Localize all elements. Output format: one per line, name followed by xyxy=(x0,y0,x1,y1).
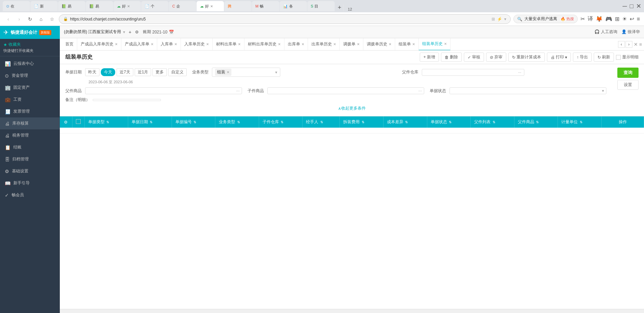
grid-icon[interactable]: ⊞ xyxy=(615,16,619,22)
home-btn[interactable]: ⌂ xyxy=(37,15,45,23)
set-btn[interactable]: 设置 xyxy=(617,80,639,90)
child-goods-input[interactable]: ··· xyxy=(267,87,424,94)
nav-tab-close-6[interactable]: ✕ xyxy=(278,42,281,46)
nav-prev[interactable]: ‹ xyxy=(618,41,625,48)
browser-tab-8[interactable]: ☁ 好 ✕ xyxy=(197,1,224,11)
delete-btn[interactable]: 🗑 删除 xyxy=(441,53,462,62)
tab-count[interactable]: 12 xyxy=(345,7,355,11)
date-btn-1month[interactable]: 近1月 xyxy=(135,68,151,76)
period-selector[interactable]: 账期 2021-10 📅 xyxy=(143,29,174,35)
sidebar-item-inventory[interactable]: 🖨 库存核算 xyxy=(0,117,60,129)
date-btn-yesterday[interactable]: 昨天 xyxy=(85,68,99,76)
tab-close-all[interactable]: ✕ xyxy=(634,42,638,47)
nav-tab-close-8[interactable]: ✕ xyxy=(333,42,336,46)
date-btn-custom[interactable]: 自定义 xyxy=(168,68,187,76)
game-icon[interactable]: 🎮 xyxy=(605,16,612,22)
sidebar-item-report[interactable]: 📊 云报表中心 xyxy=(0,58,60,70)
browser-tab-7[interactable]: C 企 xyxy=(169,1,196,11)
browser-tab-2[interactable]: 📄 新 xyxy=(30,1,58,11)
remarks-input[interactable] xyxy=(93,99,161,101)
browser-tab-3[interactable]: 📗 易 xyxy=(58,1,85,11)
warehouse-dots-btn[interactable]: ··· xyxy=(518,70,521,75)
nav-tab-transfer-history[interactable]: 调拨单历史 ✕ xyxy=(363,38,395,51)
browser-tab-5[interactable]: ☁ 好 ✕ xyxy=(113,1,141,11)
col-biz-type[interactable]: 业务类型 ⇅ xyxy=(215,116,259,128)
nav-tab-close-4[interactable]: ✕ xyxy=(206,42,209,46)
tab-close-5[interactable]: ✕ xyxy=(127,4,130,8)
nav-tab-mat-out-history[interactable]: 材料出库单历史 ✕ xyxy=(244,38,284,51)
parent-warehouse-input[interactable]: ··· xyxy=(422,69,524,76)
sun-icon[interactable]: ☀ xyxy=(622,16,627,22)
address-bar[interactable]: 🔒 https://cloud.chanjet.com/accounting/u… xyxy=(59,14,511,24)
sidebar-item-vip[interactable]: ✓ 畅会员 xyxy=(0,189,60,201)
date-btn-more[interactable]: 更多 xyxy=(152,68,167,76)
dropdown-icon[interactable]: ▾ xyxy=(504,17,506,22)
col-checkbox[interactable] xyxy=(72,116,84,128)
translate-icon[interactable]: 译 xyxy=(588,15,593,23)
col-cost-diff[interactable]: 成本差异 ⇅ xyxy=(384,116,427,128)
calendar-icon[interactable]: 📅 xyxy=(169,30,174,34)
nav-tab-close-7[interactable]: ✕ xyxy=(301,42,304,46)
nav-tab-close-5[interactable]: ✕ xyxy=(238,42,241,46)
browser-tab-12[interactable]: S 目 xyxy=(307,1,335,11)
nav-tab-close-12[interactable]: ✕ xyxy=(444,42,447,46)
settings-btn-company[interactable]: ⚙ xyxy=(135,30,139,34)
sidebar-item-settings[interactable]: ⚙ 基础设置 xyxy=(0,165,60,177)
nav-tab-assemble[interactable]: 组装单 ✕ xyxy=(395,38,419,51)
nav-next[interactable]: › xyxy=(626,41,632,48)
refresh-btn[interactable]: ↻ 刷新 xyxy=(594,53,614,62)
forward-btn[interactable]: › xyxy=(15,15,23,23)
sidebar-item-archive[interactable]: 🗄 归档管理 xyxy=(0,153,60,165)
browser-tab-6[interactable]: 📄 个 xyxy=(141,1,169,11)
col-disassemble-fee[interactable]: 拆装费用 ⇅ xyxy=(340,116,384,128)
biz-type-tag-remove[interactable]: ✕ xyxy=(227,70,229,74)
nav-tab-close-2[interactable]: ✕ xyxy=(151,42,153,46)
bolt-icon[interactable]: ⚡ xyxy=(497,17,502,22)
nav-tab-in-order[interactable]: 入库单 ✕ xyxy=(157,38,181,51)
order-status-dropdown[interactable]: ▾ xyxy=(450,87,606,94)
col-parent-list[interactable]: 父件列表 ⇅ xyxy=(471,116,514,128)
browser-tab-11[interactable]: 📊 各 xyxy=(280,1,307,11)
parent-goods-input[interactable]: ··· xyxy=(85,87,242,94)
back-btn[interactable]: ‹ xyxy=(4,15,12,23)
col-order-status[interactable]: 单据状态 ⇅ xyxy=(427,116,471,128)
search-bar[interactable]: 🔍 大量安卓用户逃离 🔥 热搜 xyxy=(513,15,578,23)
col-parent-goods[interactable]: 父件商品 ⇅ xyxy=(514,116,558,128)
browser-tab-10[interactable]: M 畅 xyxy=(252,1,279,11)
col-number[interactable]: 单据编号 ⇅ xyxy=(172,116,215,128)
add-company-icon[interactable]: + xyxy=(129,29,131,35)
checkbox-detail[interactable] xyxy=(616,55,621,60)
new-btn[interactable]: + 新增 xyxy=(420,53,439,62)
reload-btn[interactable]: ↻ xyxy=(26,15,34,23)
undo-icon[interactable]: ↩ xyxy=(630,16,634,22)
col-settings[interactable]: ⚙ xyxy=(60,116,72,128)
query-btn[interactable]: 查询 xyxy=(617,68,639,78)
order-status-chevron[interactable]: ▾ xyxy=(602,88,604,93)
company-dropdown-icon[interactable]: ▾ xyxy=(123,30,125,34)
col-type[interactable]: 单据类型 ⇅ xyxy=(84,116,128,128)
biz-type-dropdown[interactable]: 组装 ✕ ▾ xyxy=(212,68,280,77)
sidebar-item-guide[interactable]: 📖 新手引导 xyxy=(0,177,60,189)
sidebar-item-tax[interactable]: 🖨 税务管理 xyxy=(0,129,60,141)
browser-tab-9[interactable]: 腾 xyxy=(224,1,252,11)
minimize-btn[interactable]: ─ xyxy=(622,3,627,10)
nav-tab-out-order[interactable]: 出库单 ✕ xyxy=(284,38,308,51)
maximize-btn[interactable]: □ xyxy=(630,3,633,10)
new-tab-btn[interactable]: + xyxy=(335,4,341,11)
fire-icon[interactable]: 🦊 xyxy=(596,16,603,22)
nav-tab-prod-in-history[interactable]: 产成品入库单历史 ✕ xyxy=(77,38,121,51)
nav-tab-in-history[interactable]: 入库单历史 ✕ xyxy=(181,38,213,51)
nav-tab-transfer[interactable]: 调拨单 ✕ xyxy=(340,38,363,51)
tab-close-8[interactable]: ✕ xyxy=(210,4,213,8)
parent-goods-more[interactable]: ··· xyxy=(236,88,240,93)
nav-tab-assemble-history[interactable]: 组装单历史 ✕ xyxy=(419,38,451,51)
close-btn[interactable]: ✕ xyxy=(636,2,641,10)
user-service[interactable]: 🎧 人工咨询 xyxy=(594,29,617,35)
sidebar-favorites[interactable]: ★ 收藏夹 快捷键打开收藏夹 xyxy=(0,39,60,56)
col-child-warehouse[interactable]: 子件仓库 ⇅ xyxy=(259,116,303,128)
col-date[interactable]: 单据日期 ⇅ xyxy=(128,116,172,128)
sidebar-item-settlement[interactable]: 📋 结账 xyxy=(0,141,60,153)
nav-tab-prod-in[interactable]: 产成品入库单 ✕ xyxy=(121,38,157,51)
print-dropdown-icon[interactable]: ▾ xyxy=(565,55,567,60)
nav-tab-close-11[interactable]: ✕ xyxy=(412,42,415,46)
